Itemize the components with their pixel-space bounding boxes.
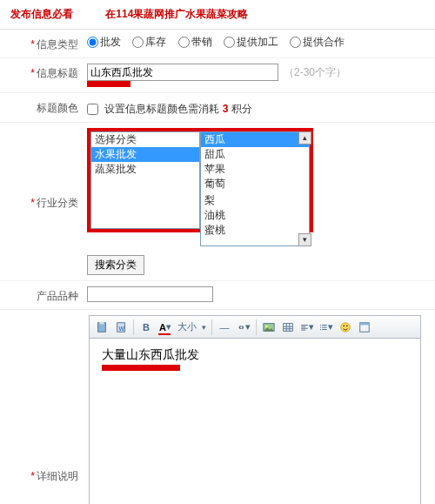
label-category: *行业分类 xyxy=(0,193,87,211)
list-item[interactable]: 西瓜 xyxy=(201,132,309,147)
title-input[interactable] xyxy=(87,64,278,81)
title-color-checkbox[interactable] xyxy=(87,104,98,115)
svg-point-11 xyxy=(343,325,345,326)
radio-processing[interactable]: 提供加工 xyxy=(224,36,278,48)
title-color-field: 设置信息标题颜色需消耗 3 积分 xyxy=(87,102,435,117)
list-item[interactable]: 甜瓜 xyxy=(201,147,309,162)
header-tip[interactable]: 在114果蔬网推广水果蔬菜攻略 xyxy=(105,8,248,20)
svg-point-7 xyxy=(320,324,321,325)
paste-icon[interactable] xyxy=(95,320,109,334)
emoji-icon[interactable] xyxy=(338,320,352,334)
label-detail: *详细说明 xyxy=(0,467,87,484)
align-icon[interactable]: ▾ xyxy=(300,320,314,334)
bold-icon[interactable]: B xyxy=(139,320,153,334)
list-item[interactable]: 葡萄 xyxy=(201,177,309,192)
scroll-down-button[interactable]: ▾ xyxy=(298,233,311,246)
label-brand: 产品品种 xyxy=(0,286,87,304)
list-item[interactable]: 水果批发 xyxy=(91,147,199,162)
paste-word-icon[interactable]: W xyxy=(114,320,128,334)
search-category-button[interactable]: 搜索分类 xyxy=(87,255,144,275)
font-size-label[interactable]: 大小 xyxy=(177,320,197,333)
row-title: *信息标题 （2-30个字） xyxy=(0,58,435,93)
label-info-type: *信息类型 xyxy=(0,35,87,52)
row-category: *行业分类 选择分类 水果批发 蔬菜批发 西瓜 甜瓜 苹果 葡萄 梨 油桃 蜜桃… xyxy=(0,123,435,281)
svg-rect-6 xyxy=(284,323,293,331)
link-icon[interactable]: ▾ xyxy=(237,320,251,334)
svg-point-10 xyxy=(341,322,351,332)
chevron-down-icon[interactable]: ▾ xyxy=(202,323,206,332)
radio-stock[interactable]: 库存 xyxy=(132,36,166,48)
list-item[interactable]: 梨 xyxy=(201,193,309,208)
label-title: *信息标题 xyxy=(0,64,87,81)
info-type-radios: 批发 库存 带销 提供加工 提供合作 xyxy=(87,35,435,50)
list-item[interactable]: 油桃 xyxy=(201,208,309,223)
category-box: 选择分类 水果批发 蔬菜批发 西瓜 甜瓜 苹果 葡萄 梨 油桃 蜜桃 ▴ ▾ xyxy=(87,128,313,232)
svg-point-12 xyxy=(346,325,348,326)
category-right-list[interactable]: 西瓜 甜瓜 苹果 葡萄 梨 油桃 蜜桃 xyxy=(200,131,310,246)
label-title-color: 标题颜色 xyxy=(0,98,87,116)
editor-toolbar: W B A▾ 大小▾ — ▾ ▾ ▾ xyxy=(90,316,420,339)
content-underline xyxy=(102,365,180,371)
radio-wholesale[interactable]: 批发 xyxy=(87,36,121,48)
svg-point-8 xyxy=(320,326,321,327)
title-hint: （2-30个字） xyxy=(284,66,346,78)
required-heading: 发布信息必看 xyxy=(10,8,73,20)
brand-input[interactable] xyxy=(87,286,213,302)
brand-field xyxy=(87,286,435,302)
svg-rect-14 xyxy=(360,322,370,325)
row-detail: *详细说明 W B A▾ 大小▾ — ▾ ▾ ▾ 大量 xyxy=(0,310,435,504)
svg-text:W: W xyxy=(118,325,124,331)
detail-field: W B A▾ 大小▾ — ▾ ▾ ▾ 大量山东西瓜批发 xyxy=(87,315,435,504)
rich-editor: W B A▾ 大小▾ — ▾ ▾ ▾ 大量山东西瓜批发 xyxy=(89,315,421,504)
title-field: （2-30个字） xyxy=(87,64,435,87)
list-item[interactable]: 苹果 xyxy=(201,162,309,177)
image-icon[interactable] xyxy=(262,320,276,334)
radio-agent[interactable]: 带销 xyxy=(178,36,212,48)
category-field: 选择分类 水果批发 蔬菜批发 西瓜 甜瓜 苹果 葡萄 梨 油桃 蜜桃 ▴ ▾ 搜… xyxy=(87,128,435,275)
svg-point-9 xyxy=(320,328,321,329)
list-item[interactable]: 选择分类 xyxy=(91,132,199,147)
row-brand: 产品品种 xyxy=(0,281,435,310)
fullscreen-icon[interactable] xyxy=(358,320,371,334)
category-left-list[interactable]: 选择分类 水果批发 蔬菜批发 xyxy=(90,131,200,229)
row-title-color: 标题颜色 设置信息标题颜色需消耗 3 积分 xyxy=(0,93,435,123)
hr-icon[interactable]: — xyxy=(218,320,231,334)
font-color-icon[interactable]: A▾ xyxy=(158,320,172,334)
svg-rect-1 xyxy=(99,321,104,324)
page-header: 发布信息必看 在114果蔬网推广水果蔬菜攻略 xyxy=(0,0,435,30)
editor-content: 大量山东西瓜批发 xyxy=(102,347,408,363)
table-icon[interactable] xyxy=(281,320,295,334)
row-info-type: *信息类型 批发 库存 带销 提供加工 提供合作 xyxy=(0,30,435,58)
list-icon[interactable]: ▾ xyxy=(319,320,333,334)
editor-body[interactable]: 大量山东西瓜批发 xyxy=(90,339,420,504)
list-item[interactable]: 蔬菜批发 xyxy=(91,162,199,177)
radio-coop[interactable]: 提供合作 xyxy=(290,36,345,48)
scroll-up-button[interactable]: ▴ xyxy=(298,131,311,144)
svg-point-5 xyxy=(265,325,268,327)
title-underline xyxy=(87,81,130,87)
list-item[interactable]: 蜜桃 xyxy=(201,223,309,238)
